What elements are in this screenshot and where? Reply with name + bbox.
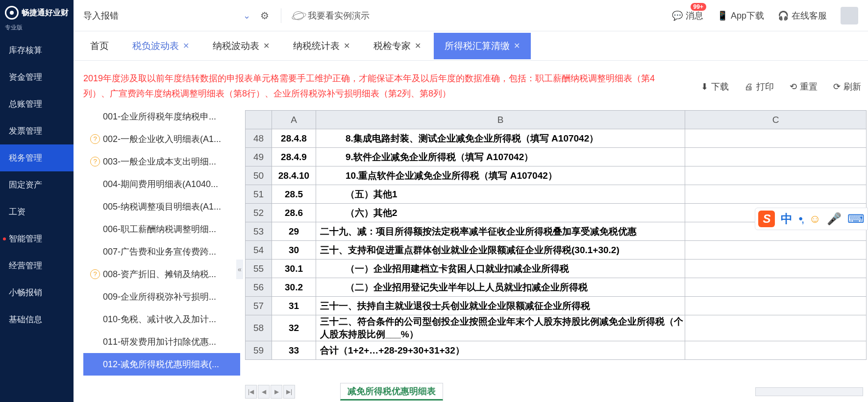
- form-item-2[interactable]: 003-一般企业成本支出明细...: [83, 150, 240, 173]
- form-item-9[interactable]: 010-免税、减计收入及加计...: [83, 308, 240, 331]
- close-icon[interactable]: ✕: [514, 41, 520, 50]
- cell-a[interactable]: 30: [272, 241, 316, 260]
- row-head[interactable]: 53: [246, 222, 272, 241]
- gear-icon[interactable]: ⚙: [260, 10, 269, 22]
- ime-emoji-icon[interactable]: ☺: [809, 212, 821, 226]
- cell-a[interactable]: 28.4.8: [272, 129, 316, 148]
- cell-b[interactable]: 10.重点软件企业减免企业所得税（填写 A107042）: [316, 166, 685, 185]
- nav-item-4[interactable]: 税务管理: [0, 144, 74, 171]
- ime-mic-icon[interactable]: 🎤: [827, 212, 842, 226]
- cell-c[interactable]: [685, 241, 867, 260]
- row-head[interactable]: 51: [246, 185, 272, 204]
- cell-c[interactable]: [685, 129, 867, 148]
- tab-0[interactable]: 首页: [79, 33, 120, 59]
- app-download-button[interactable]: 📱 App下载: [717, 10, 764, 22]
- cell-c[interactable]: [685, 278, 867, 297]
- form-item-7[interactable]: 008-资产折旧、摊销及纳税...: [83, 263, 240, 285]
- cell-c[interactable]: [685, 166, 867, 185]
- row-head[interactable]: 52: [246, 204, 272, 222]
- close-icon[interactable]: ✕: [415, 41, 421, 50]
- spreadsheet[interactable]: ABC4828.4.88.集成电路封装、测试企业减免企业所得税（填写 A1070…: [245, 110, 867, 382]
- cell-b[interactable]: 9.软件企业减免企业所得税（填写 A107042）: [316, 148, 685, 166]
- tab-4[interactable]: 税检专家✕: [363, 33, 432, 59]
- cell-a[interactable]: 28.4.10: [272, 166, 316, 185]
- cell-c[interactable]: [685, 297, 867, 315]
- cell-b[interactable]: （五）其他1: [316, 185, 685, 204]
- demo-link[interactable]: 我要看实例演示: [293, 10, 370, 22]
- cell-a[interactable]: 28.5: [272, 185, 316, 204]
- form-item-6[interactable]: 007-广告费和业务宣传费跨...: [83, 240, 240, 263]
- tab-2[interactable]: 纳税波动表✕: [202, 33, 280, 59]
- cell-b[interactable]: 三十二、符合条件的公司型创投企业按照企业年末个人股东持股比例减免企业所得税（个人…: [316, 315, 685, 341]
- cell-c[interactable]: [685, 315, 867, 341]
- tab-5[interactable]: 所得税汇算清缴✕: [434, 33, 531, 59]
- cell-c[interactable]: [685, 185, 867, 204]
- cell-c[interactable]: [685, 341, 867, 360]
- row-head[interactable]: 48: [246, 129, 272, 148]
- ime-keyboard-icon[interactable]: ⌨: [847, 212, 865, 226]
- nav-item-9[interactable]: 小畅报销: [0, 279, 74, 306]
- ime-toolbar[interactable]: S 中 •, ☺ 🎤 ⌨: [755, 208, 868, 230]
- cell-a[interactable]: 30.1: [272, 260, 316, 278]
- sheet-nav-last[interactable]: ▶|: [283, 385, 295, 399]
- nav-item-6[interactable]: 工资: [0, 198, 74, 225]
- search-dropdown[interactable]: 导入报错 ⌄: [83, 10, 250, 22]
- collapse-handle[interactable]: «: [236, 260, 243, 279]
- row-head[interactable]: 56: [246, 278, 272, 297]
- ime-punct-icon[interactable]: •,: [798, 212, 803, 226]
- close-icon[interactable]: ✕: [183, 41, 189, 50]
- horizontal-scrollbar[interactable]: [755, 387, 863, 396]
- row-head[interactable]: 59: [246, 341, 272, 360]
- col-head-A[interactable]: A: [272, 111, 316, 129]
- nav-item-8[interactable]: 经营管理: [0, 252, 74, 279]
- form-item-0[interactable]: 001-企业所得税年度纳税申...: [83, 105, 240, 128]
- nav-item-3[interactable]: 发票管理: [0, 118, 74, 144]
- support-button[interactable]: 🎧 在线客服: [778, 10, 827, 22]
- nav-item-1[interactable]: 资金管理: [0, 64, 74, 91]
- row-head[interactable]: 58: [246, 315, 272, 341]
- row-head[interactable]: 50: [246, 166, 272, 185]
- nav-item-0[interactable]: 库存核算: [0, 37, 74, 64]
- messages-button[interactable]: 💬 消息 99+: [672, 10, 703, 22]
- sheet-nav-next[interactable]: ▶: [271, 385, 282, 399]
- form-item-5[interactable]: 006-职工薪酬纳税调整明细...: [83, 218, 240, 240]
- tab-1[interactable]: 税负波动表✕: [122, 33, 200, 59]
- row-head[interactable]: 49: [246, 148, 272, 166]
- cell-c[interactable]: [685, 148, 867, 166]
- sheet-nav-first[interactable]: |◀: [245, 385, 257, 399]
- nav-item-5[interactable]: 固定资产: [0, 171, 74, 198]
- row-head[interactable]: 57: [246, 297, 272, 315]
- cell-a[interactable]: 33: [272, 341, 316, 360]
- sheet-tab-active[interactable]: 减免所得税优惠明细表: [340, 383, 443, 401]
- nav-item-7[interactable]: 智能管理: [0, 225, 74, 252]
- close-icon[interactable]: ✕: [344, 41, 350, 50]
- form-item-11[interactable]: 012-减免所得税优惠明细表(...: [83, 353, 240, 376]
- nav-item-10[interactable]: 基础信息: [0, 306, 74, 333]
- row-head[interactable]: 54: [246, 241, 272, 260]
- cell-a[interactable]: 30.2: [272, 278, 316, 297]
- col-head-C[interactable]: C: [685, 111, 867, 129]
- form-item-1[interactable]: 002-一般企业收入明细表(A1...: [83, 128, 240, 150]
- form-item-8[interactable]: 009-企业所得税弥补亏损明...: [83, 285, 240, 308]
- row-head[interactable]: 55: [246, 260, 272, 278]
- cell-b[interactable]: （六）其他2: [316, 204, 685, 222]
- form-item-3[interactable]: 004-期间费用明细表(A1040...: [83, 173, 240, 195]
- print-button[interactable]: 🖨打印: [744, 81, 774, 93]
- reset-button[interactable]: ⟲重置: [790, 81, 818, 93]
- col-head-B[interactable]: B: [316, 111, 685, 129]
- cell-a[interactable]: 28.4.9: [272, 148, 316, 166]
- nav-item-2[interactable]: 总账管理: [0, 91, 74, 118]
- cell-b[interactable]: 三十、支持和促进重点群体创业就业企业限额减征企业所得税(30.1+30.2): [316, 241, 685, 260]
- cell-c[interactable]: [685, 260, 867, 278]
- refresh-button[interactable]: ⟳刷新: [833, 81, 861, 93]
- cell-b[interactable]: 8.集成电路封装、测试企业减免企业所得税（填写 A107042）: [316, 129, 685, 148]
- cell-b[interactable]: 二十九、减：项目所得额按法定税率减半征收企业所得税叠加享受减免税优惠: [316, 222, 685, 241]
- cell-a[interactable]: 29: [272, 222, 316, 241]
- cell-b[interactable]: （一）企业招用建档立卡贫困人口就业扣减企业所得税: [316, 260, 685, 278]
- cell-a[interactable]: 28.6: [272, 204, 316, 222]
- cell-a[interactable]: 31: [272, 297, 316, 315]
- download-button[interactable]: ⬇下载: [701, 81, 729, 93]
- form-item-10[interactable]: 011-研发费用加计扣除优惠...: [83, 331, 240, 353]
- tab-3[interactable]: 纳税统计表✕: [282, 33, 361, 59]
- sheet-nav-prev[interactable]: ◀: [258, 385, 270, 399]
